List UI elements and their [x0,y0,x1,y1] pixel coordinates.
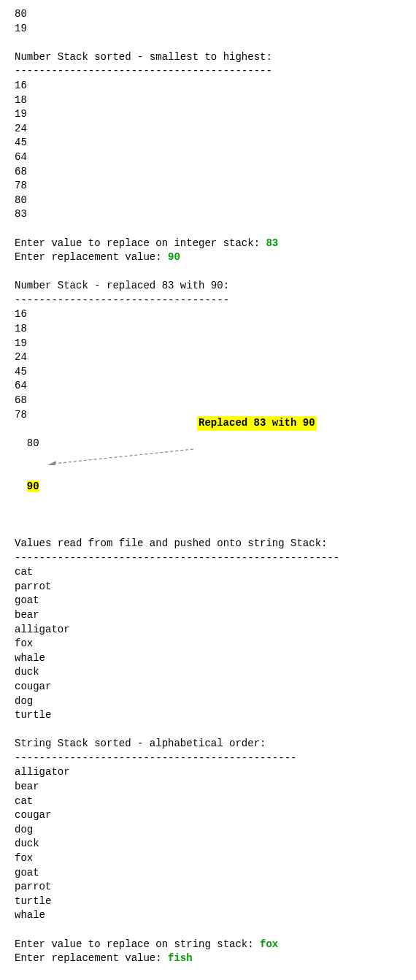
section-title: Values read from file and pushed onto st… [15,537,401,551]
output-value: 80 [27,437,39,449]
output-line: bear [15,780,401,795]
prompt-label: Enter replacement value: [15,251,168,263]
output-line: whale [15,651,401,666]
output-line: turtle [15,708,401,723]
blank-line [15,222,401,237]
section-title: String Stack sorted - alphabetical order… [15,737,401,751]
output-line: 45 [15,365,401,380]
prompt-line: Enter replacement value: fish [15,952,401,966]
output-line: duck [15,665,401,680]
output-line: fox [15,637,401,651]
output-line: cougar [15,808,401,823]
output-line: fox [15,851,401,866]
output-line: 64 [15,379,401,394]
output-line: duck [15,837,401,851]
output-line: 16 [15,79,401,93]
output-line: 68 [15,394,401,408]
output-line: alligator [15,623,401,638]
output-line: 80 [15,194,401,208]
output-line: 68 [15,165,401,180]
separator: ----------------------------------------… [15,751,401,766]
user-input: 83 [266,237,278,249]
output-line: 18 [15,93,401,108]
output-line: alligator [15,765,401,780]
output-line: 24 [15,122,401,137]
output-line: 45 [15,136,401,150]
output-line: 19 [15,22,401,37]
annotation-callout: Replaced 83 with 90 [197,416,317,431]
separator: ----------------------------------- [15,294,401,308]
separator: ----------------------------------------… [15,64,401,79]
user-input: fish [168,952,193,964]
prompt-label: Enter value to replace on string stack: [15,938,260,950]
prompt-line: Enter value to replace on integer stack:… [15,237,401,251]
output-line: goat [15,866,401,881]
user-input: fox [260,938,278,950]
output-line: 19 [15,337,401,351]
output-line: 19 [15,107,401,122]
section-title: Number Stack sorted - smallest to highes… [15,50,401,65]
output-line: 80 [15,7,401,22]
output-line: bear [15,608,401,623]
user-input: 90 [168,251,180,263]
highlighted-value: 90 [27,481,39,492]
blank-line [15,723,401,738]
output-line: 64 [15,150,401,165]
output-line: cat [15,565,401,580]
output-line: dog [15,823,401,838]
output-line: parrot [15,880,401,895]
output-line: whale [15,908,401,923]
output-line: cougar [15,680,401,694]
output-line: 83 [15,207,401,222]
output-line: 24 [15,351,401,365]
blank-line [15,522,401,537]
output-line: cat [15,795,401,809]
prompt-line: Enter value to replace on string stack: … [15,938,401,952]
output-line: 78 [15,179,401,194]
blank-line [15,265,401,280]
blank-line [15,923,401,938]
output-line: turtle [15,895,401,909]
output-line-highlighted: 90 [15,465,401,508]
output-line: 80 Replaced 83 with 90 [15,422,401,465]
prompt-line: Enter replacement value: 90 [15,250,401,265]
output-line: goat [15,594,401,608]
prompt-label: Enter value to replace on integer stack: [15,237,266,249]
output-line: 16 [15,307,401,322]
output-line: dog [15,694,401,709]
prompt-label: Enter replacement value: [15,952,168,964]
blank-line [15,508,401,523]
separator: ----------------------------------------… [15,551,401,566]
section-title: Number Stack - replaced 83 with 90: [15,279,401,294]
blank-line [15,36,401,50]
output-line: 18 [15,322,401,337]
output-line: parrot [15,580,401,594]
